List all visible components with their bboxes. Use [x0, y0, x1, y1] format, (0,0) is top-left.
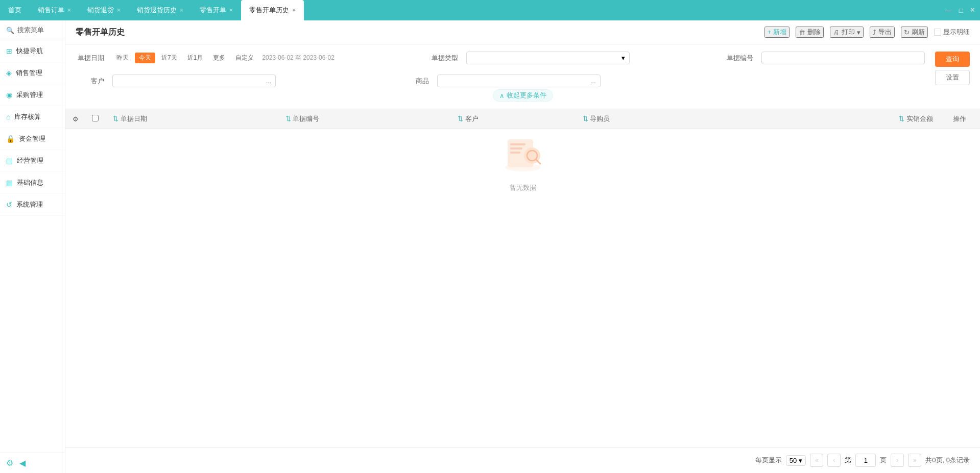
inventory-icon: ⌂: [6, 113, 10, 121]
sidebar-item-sys-mgmt[interactable]: ↺ 系统管理: [0, 194, 65, 216]
sidebar-item-inventory[interactable]: ⌂ 库存核算: [0, 106, 65, 128]
svg-rect-4: [510, 152, 520, 154]
tab-retail-open-history[interactable]: 零售开单历史 ×: [241, 0, 304, 20]
basic-info-icon: ▦: [6, 179, 13, 187]
date-custom-btn[interactable]: 自定义: [231, 53, 258, 63]
goods-select[interactable]: ...: [437, 74, 601, 87]
sort-amount-icon: ⇅: [899, 115, 904, 122]
sidebar-item-finance[interactable]: 🔒 资金管理: [0, 128, 65, 150]
tab-retail-open[interactable]: 零售开单 ×: [192, 0, 241, 20]
content-area: 零售开单历史 + 新增 🗑 🗑 删除 删除 🖨 打印 ▾ ⤴ ↑ 导: [65, 20, 980, 473]
empty-state: 暂无数据: [65, 129, 980, 192]
th-salesperson[interactable]: ⇅ 导购员: [575, 109, 723, 129]
th-spacer: [723, 109, 767, 129]
bill-no-label: 单据编号: [725, 54, 753, 63]
sys-icon: ↺: [6, 201, 12, 209]
delete-button[interactable]: 🗑 🗑 删除 删除: [796, 27, 824, 38]
window-controls: — □ ×: [945, 6, 980, 15]
select-all-checkbox[interactable]: [92, 115, 99, 121]
tab-sales-return[interactable]: 销货退货 ×: [79, 0, 129, 20]
th-no[interactable]: ⇅ 单据编号: [277, 109, 450, 129]
window-max-btn[interactable]: □: [959, 7, 963, 14]
export-button[interactable]: ⤴ ↑ 导出 导出: [870, 27, 895, 38]
quick-nav-icon: ⊞: [6, 47, 12, 55]
tab-retail-open-history-close[interactable]: ×: [292, 7, 296, 14]
page-number-input[interactable]: [855, 454, 876, 467]
th-amount[interactable]: ⇅ 实销金额: [767, 109, 939, 129]
delete-icon: 🗑: [799, 29, 805, 36]
tab-sales-order[interactable]: 销售订单 ×: [30, 0, 79, 20]
date-today-btn[interactable]: 今天: [135, 53, 155, 63]
refresh-button[interactable]: ↻ 刷新: [901, 27, 928, 38]
main-layout: 🔍 搜索菜单 ⊞ 快捷导航 ◈ 销售管理 ◉ 采购管理 ⌂ 库存核算 🔒 资金管…: [0, 20, 980, 473]
sidebar-item-basic-info[interactable]: ▦ 基础信息: [0, 172, 65, 194]
collapse-icon: ∧: [499, 92, 505, 99]
date-range-text: 2023-06-02 至 2023-06-02: [262, 54, 334, 62]
column-settings-icon[interactable]: ⚙: [73, 115, 79, 123]
page-size-label: 每页显示: [755, 456, 782, 465]
display-detail-toggle[interactable]: 显示明细: [934, 28, 970, 37]
table-area: ⚙ ⇅ 单据日期 ⇅ 单据编号: [65, 109, 980, 473]
tab-sales-return-history[interactable]: 销货退货历史 ×: [129, 0, 192, 20]
sidebar-search[interactable]: 🔍 搜索菜单: [0, 20, 65, 40]
tab-retail-open-close[interactable]: ×: [229, 7, 233, 14]
filter-area: 单据日期 昨天 今天 近7天 近1月 更多 自定义 2023-06-02 至 2…: [65, 44, 980, 109]
filter-row-1: 单据日期 昨天 今天 近7天 近1月 更多 自定义 2023-06-02 至 2…: [76, 52, 925, 64]
export-icon: ⤴: [873, 29, 876, 36]
prev-page-btn[interactable]: ‹: [827, 454, 841, 467]
table-container: ⚙ ⇅ 单据日期 ⇅ 单据编号: [65, 109, 980, 447]
page-size-select[interactable]: 50 ▾: [786, 455, 806, 466]
pagination: 每页显示 50 ▾ « ‹ 第 页 › » 共0页, 0条记录: [65, 447, 980, 473]
th-checkbox[interactable]: [86, 109, 105, 129]
sidebar-item-sales-mgmt[interactable]: ◈ 销售管理: [0, 62, 65, 84]
date-1month-btn[interactable]: 近1月: [183, 53, 207, 63]
top-tabbar: 首页 销售订单 × 销货退货 × 销货退货历史 × 零售开单 × 零售开单历史 …: [0, 0, 980, 20]
bill-no-input[interactable]: [761, 52, 925, 64]
page-header: 零售开单历史 + 新增 🗑 🗑 删除 删除 🖨 打印 ▾ ⤴ ↑ 导: [65, 20, 980, 44]
sidebar-item-purchase-mgmt[interactable]: ◉ 采购管理: [0, 84, 65, 106]
first-page-btn[interactable]: «: [810, 454, 823, 467]
th-settings[interactable]: ⚙: [65, 109, 86, 129]
customer-select[interactable]: ...: [112, 74, 276, 87]
bill-type-select[interactable]: ▾: [466, 52, 630, 64]
operations-icon: ▤: [6, 157, 13, 165]
footer-gear-icon[interactable]: ⚙: [6, 458, 13, 468]
collapse-button[interactable]: ∧ 收起更多条件: [493, 89, 553, 102]
goods-label: 商品: [400, 77, 429, 86]
next-page-btn[interactable]: ›: [891, 454, 904, 467]
page-size-dropdown-icon: ▾: [799, 457, 802, 464]
search-icon: 🔍: [6, 27, 14, 34]
sort-no-icon: ⇅: [285, 115, 291, 122]
date-yesterday-btn[interactable]: 昨天: [112, 53, 133, 63]
date-more-btn[interactable]: 更多: [209, 53, 229, 63]
tab-sales-return-history-close[interactable]: ×: [180, 7, 183, 14]
last-page-btn[interactable]: »: [908, 454, 921, 467]
filter-row-2: 客户 ... 商品 ...: [76, 74, 925, 87]
customer-more-icon[interactable]: ...: [266, 77, 271, 85]
tab-home[interactable]: 首页: [0, 0, 30, 20]
sidebar-item-quick-nav[interactable]: ⊞ 快捷导航: [0, 40, 65, 62]
th-date[interactable]: ⇅ 单据日期: [105, 109, 277, 129]
query-button[interactable]: 查询: [935, 52, 970, 67]
display-detail-checkbox[interactable]: [934, 29, 941, 36]
date-7days-btn[interactable]: 近7天: [157, 53, 181, 63]
window-min-btn[interactable]: —: [945, 7, 952, 14]
goods-more-icon[interactable]: ...: [590, 77, 596, 85]
date-label: 单据日期: [76, 54, 104, 63]
sidebar-item-operations[interactable]: ▤ 经营管理: [0, 150, 65, 172]
footer-collapse-icon[interactable]: ◀: [19, 458, 26, 468]
bill-type-dropdown-icon: ▾: [622, 54, 625, 62]
sidebar-footer: ⚙ ◀: [0, 453, 65, 473]
print-button[interactable]: 🖨 打印 ▾: [830, 27, 864, 38]
tab-sales-order-close[interactable]: ×: [67, 7, 71, 14]
add-button[interactable]: + 新增: [764, 27, 790, 38]
empty-illustration: [497, 129, 548, 175]
sort-date-icon: ⇅: [113, 115, 118, 122]
bill-type-label: 单据类型: [429, 54, 458, 63]
filter-settings-button[interactable]: 设置: [935, 70, 970, 85]
window-close-btn[interactable]: ×: [970, 6, 975, 15]
table-header: ⚙ ⇅ 单据日期 ⇅ 单据编号: [65, 109, 980, 129]
th-customer[interactable]: ⇅ 客户: [449, 109, 575, 129]
page-word: 页: [880, 456, 887, 465]
tab-sales-return-close[interactable]: ×: [117, 7, 121, 14]
